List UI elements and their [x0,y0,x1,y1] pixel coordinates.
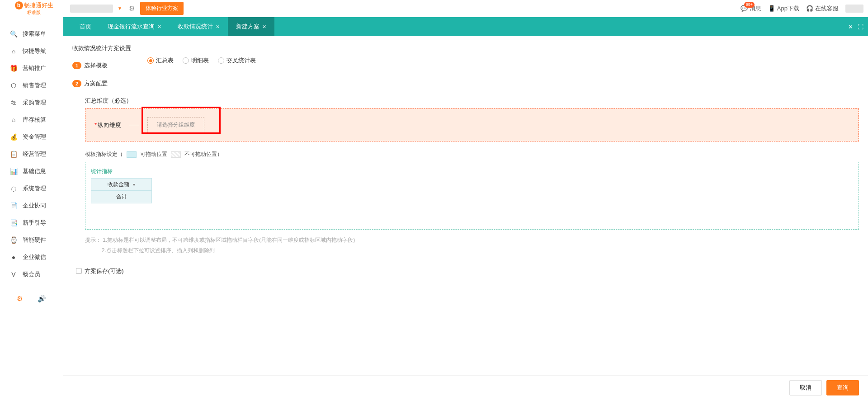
draggable-swatch [127,151,137,158]
page-title: 收款情况统计方案设置 [63,36,868,57]
sidebar-icon: ⌚ [10,236,17,244]
template-radio-2[interactable]: 交叉统计表 [218,56,256,65]
radio-label: 明细表 [191,56,209,65]
sidebar-label: 采购管理 [23,99,46,107]
app-download-button[interactable]: 📱 App下载 [768,5,799,13]
headset-icon: 🎧 [806,5,813,12]
sidebar-item-12[interactable]: ⌚智能硬件 [0,231,63,249]
sidebar-label: 企业微信 [23,253,46,261]
sidebar-label: 快捷导航 [23,47,46,55]
top-right-actions: 💬 消息 99+ 📱 App下载 🎧 在线客服 [741,5,863,13]
settings-icon[interactable]: ⚙ [129,5,135,13]
dimension-title: 汇总维度（必选） [85,97,859,105]
indicator-title: 模板指标设定（ [85,151,123,158]
logo-text: 畅捷通好生 [24,1,53,9]
tab-close-icon[interactable]: ✕ [157,24,161,30]
chevron-down-icon: ▾ [133,182,135,187]
radio-icon [147,57,154,64]
messages-badge: 99+ [744,2,755,8]
radio-label: 交叉统计表 [226,56,256,65]
radio-label: 汇总表 [156,56,174,65]
tab-close-icon[interactable]: ✕ [216,24,220,30]
sidebar-item-13[interactable]: ●企业微信 [0,249,63,266]
tab-0[interactable]: 首页 [71,17,99,36]
sidebar-icon: 📋 [10,151,17,158]
radio-icon [183,57,189,64]
sidebar-item-11[interactable]: 📑新手引导 [0,214,63,231]
tab-label: 收款情况统计 [178,23,213,31]
save-option[interactable]: 方案保存(可选) [76,267,859,275]
top-bar: b 畅捷通好生 标准版 ▼ ⚙ 体验行业方案 💬 消息 99+ 📱 App下载 … [0,0,868,17]
service-label: 在线客服 [815,5,839,13]
indicator-box: 统计指标 收款金额▾合计 [85,162,859,230]
stat-table: 收款金额▾合计 [91,178,152,203]
tab-label: 首页 [80,23,91,31]
stat-label: 合计 [116,193,127,201]
sidebar-item-4[interactable]: 🛍采购管理 [0,94,63,111]
tab-1[interactable]: 现金银行流水查询✕ [99,17,170,36]
logo[interactable]: b 畅捷通好生 标准版 [5,1,63,16]
sidebar-icon: ● [10,254,17,261]
template-radio-1[interactable]: 明细表 [183,56,209,65]
sidebar-label: 销售管理 [23,81,46,89]
close-tab-icon[interactable]: ✕ [848,24,853,30]
tab-2[interactable]: 收款情况统计✕ [170,17,228,36]
stat-cell-0[interactable]: 收款金额▾ [91,178,152,191]
connector-line [129,125,139,125]
radio-icon [218,57,224,64]
sidebar-item-9[interactable]: ◌系统管理 [0,180,63,197]
sidebar-icon: 🛍 [10,99,17,106]
company-name[interactable] [70,5,113,13]
footer: 取消 查询 [63,375,868,400]
sidebar-icon: ⌂ [10,47,17,55]
sidebar-item-1[interactable]: ⌂快捷导航 [0,42,63,60]
template-radio-0[interactable]: 汇总表 [147,56,174,65]
tip-2: 2.点击标题栏下拉可设置排序、插入列和删除列 [102,247,215,254]
step-2-label: 方案配置 [84,80,108,88]
sidebar-icon: V [10,271,17,278]
content-panel: 收款情况统计方案设置 1 选择模板 汇总表明细表交叉统计表 2 方案配置 汇总维… [63,36,868,400]
sidebar-item-14[interactable]: V畅会员 [0,266,63,283]
stat-header: 统计指标 [91,168,853,175]
confirm-button[interactable]: 查询 [826,380,859,395]
sidebar-label: 新手引导 [23,219,46,227]
sidebar-item-8[interactable]: 📊基础信息 [0,163,63,180]
messages-button[interactable]: 💬 消息 99+ [741,5,761,13]
tips-section: 提示： 1.拖动标题栏可以调整布局，不可跨维度或指标区域拖动栏目字段(只能在同一… [85,235,859,256]
sidebar-icon: 🔍 [10,30,17,38]
sidebar-item-2[interactable]: 🎁营销推广 [0,60,63,77]
sidebar-icon: 💰 [10,133,17,141]
tab-3[interactable]: 新建方案✕ [228,17,274,36]
sidebar-item-0[interactable]: 🔍搜索菜单 [0,25,63,42]
sidebar-item-7[interactable]: 📋经营管理 [0,146,63,163]
stat-label: 收款金额 [108,181,129,188]
sidebar-icon: 🎁 [10,65,17,72]
sidebar-item-3[interactable]: ⬡销售管理 [0,77,63,94]
template-radios: 汇总表明细表交叉统计表 [110,56,256,65]
main-area: 首页现金银行流水查询✕收款情况统计✕新建方案✕ ✕ ⛶ 收款情况统计方案设置 1… [63,17,868,400]
tip-1: 1.拖动标题栏可以调整布局，不可跨维度或指标区域拖动栏目字段(只能在同一维度或指… [103,237,355,243]
stat-cell-1[interactable]: 合计 [91,191,152,203]
tips-label: 提示： [85,237,101,243]
company-dropdown-icon[interactable]: ▼ [118,6,122,11]
sidebar-label: 畅会员 [23,270,40,278]
fullscreen-icon[interactable]: ⛶ [858,24,863,30]
save-checkbox[interactable] [76,268,82,274]
sidebar: 🔍搜索菜单⌂快捷导航🎁营销推广⬡销售管理🛍采购管理⌂库存核算💰资金管理📋经营管理… [0,17,63,400]
sidebar-label: 库存核算 [23,116,46,124]
sidebar-label: 企业协同 [23,202,46,210]
sidebar-bot-icon2[interactable]: 🔊 [38,295,46,303]
indicator-nodrag-label: 不可拖动位置） [184,151,222,158]
trial-button[interactable]: 体验行业方案 [140,2,184,15]
customer-service-button[interactable]: 🎧 在线客服 [806,5,839,13]
dimension-dropzone[interactable]: 请选择分组维度 [147,117,204,133]
sidebar-item-5[interactable]: ⌂库存核算 [0,111,63,128]
cancel-button[interactable]: 取消 [789,380,822,395]
user-avatar[interactable] [845,5,863,13]
logo-icon: b [15,1,23,9]
sidebar-item-10[interactable]: 📄企业协同 [0,197,63,214]
sidebar-item-6[interactable]: 💰资金管理 [0,128,63,146]
tab-close-icon[interactable]: ✕ [262,24,266,30]
sidebar-bot-icon1[interactable]: ⚙ [17,295,23,303]
step-1: 1 选择模板 汇总表明细表交叉统计表 [72,61,859,70]
